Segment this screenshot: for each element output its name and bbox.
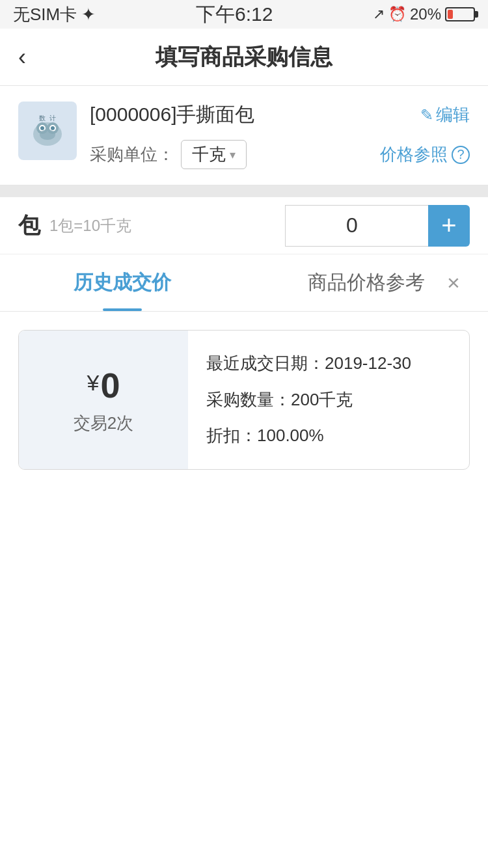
tab-history-price-label: 历史成交价 bbox=[74, 269, 171, 296]
tab-history-price[interactable]: 历史成交价 bbox=[0, 254, 244, 311]
tab-active-indicator bbox=[103, 308, 142, 311]
product-section: 数 计 [0000006]手撕面包 ✎ 编辑 采购单位： 千克 ▾ bbox=[0, 86, 488, 185]
unit-label: 采购单位： bbox=[90, 143, 174, 166]
status-right: ↗ ⏰ 20% bbox=[373, 5, 475, 23]
recent-date-row: 最近成交日期：2019-12-30 bbox=[206, 350, 451, 377]
carrier-text: 无SIM卡 ✦ bbox=[13, 3, 96, 26]
battery-icon bbox=[445, 7, 475, 21]
close-button[interactable]: × bbox=[437, 267, 470, 299]
price-card: ¥ 0 交易2次 最近成交日期：2019-12-30 采购数量：200千克 折扣… bbox=[18, 330, 470, 470]
recent-date-label: 最近成交日期： bbox=[206, 353, 325, 373]
price-ref-label: 价格参照 bbox=[380, 143, 448, 166]
alarm-icon: ⏰ bbox=[388, 6, 406, 23]
chevron-down-icon: ▾ bbox=[230, 148, 236, 162]
status-time: 下午6:12 bbox=[196, 1, 273, 28]
location-icon: ↗ bbox=[373, 6, 385, 23]
help-icon: ? bbox=[452, 146, 470, 164]
purchase-quantity-row: 采购数量：200千克 bbox=[206, 387, 451, 414]
product-logo-icon: 数 计 bbox=[28, 111, 67, 150]
content-area bbox=[0, 488, 488, 868]
status-carrier: 无SIM卡 ✦ bbox=[13, 3, 96, 26]
svg-text:计: 计 bbox=[49, 115, 56, 122]
price-amount: ¥ 0 bbox=[87, 365, 120, 405]
svg-text:数: 数 bbox=[39, 115, 46, 122]
currency-symbol: ¥ bbox=[87, 370, 100, 396]
bottom-panel: 历史成交价 商品价格参考 × ¥ 0 交易2次 最近成交日期：2019-12-3… bbox=[0, 254, 488, 488]
quantity-conversion: 1包=10千克 bbox=[49, 215, 131, 236]
purchase-quantity-value: 200千克 bbox=[291, 390, 353, 409]
nav-bar: ‹ 填写商品采购信息 bbox=[0, 29, 488, 86]
unit-value: 千克 bbox=[192, 143, 226, 166]
quantity-section: 包 1包=10千克 + bbox=[0, 197, 488, 254]
back-button[interactable]: ‹ bbox=[18, 44, 26, 71]
svg-point-7 bbox=[40, 129, 55, 140]
quantity-input[interactable] bbox=[285, 205, 428, 247]
edit-button[interactable]: ✎ 编辑 bbox=[420, 103, 470, 126]
product-name: [0000006]手撕面包 bbox=[90, 102, 254, 128]
battery-percent: 20% bbox=[410, 5, 441, 23]
price-card-section: ¥ 0 交易2次 最近成交日期：2019-12-30 采购数量：200千克 折扣… bbox=[0, 312, 488, 488]
tabs-row: 历史成交价 商品价格参考 × bbox=[0, 254, 488, 312]
svg-point-6 bbox=[51, 126, 55, 130]
section-divider bbox=[0, 185, 488, 197]
discount-value: 100.00% bbox=[257, 426, 324, 445]
quantity-input-wrap: + bbox=[285, 205, 470, 247]
trade-count: 交易2次 bbox=[74, 412, 133, 435]
page-title: 填写商品采购信息 bbox=[156, 42, 332, 72]
quantity-plus-button[interactable]: + bbox=[428, 205, 470, 247]
unit-select[interactable]: 千克 ▾ bbox=[181, 140, 247, 169]
edit-label: 编辑 bbox=[436, 103, 470, 126]
status-bar: 无SIM卡 ✦ 下午6:12 ↗ ⏰ 20% bbox=[0, 0, 488, 29]
discount-row: 折扣：100.00% bbox=[206, 422, 451, 450]
discount-label: 折扣： bbox=[206, 426, 257, 445]
purchase-quantity-label: 采购数量： bbox=[206, 390, 291, 409]
price-card-right: 最近成交日期：2019-12-30 采购数量：200千克 折扣：100.00% bbox=[188, 331, 469, 469]
product-info: [0000006]手撕面包 ✎ 编辑 采购单位： 千克 ▾ 价格参照 ? bbox=[90, 102, 470, 169]
tab-product-price-ref-label: 商品价格参考 bbox=[308, 269, 425, 296]
svg-point-5 bbox=[40, 126, 44, 130]
recent-date-value: 2019-12-30 bbox=[325, 353, 411, 373]
price-card-left: ¥ 0 交易2次 bbox=[19, 331, 188, 469]
product-thumbnail: 数 计 bbox=[18, 102, 77, 160]
price-reference-button[interactable]: 价格参照 ? bbox=[380, 143, 470, 166]
edit-icon: ✎ bbox=[420, 106, 433, 124]
price-value: 0 bbox=[100, 365, 120, 405]
quantity-unit: 包 bbox=[18, 211, 40, 241]
